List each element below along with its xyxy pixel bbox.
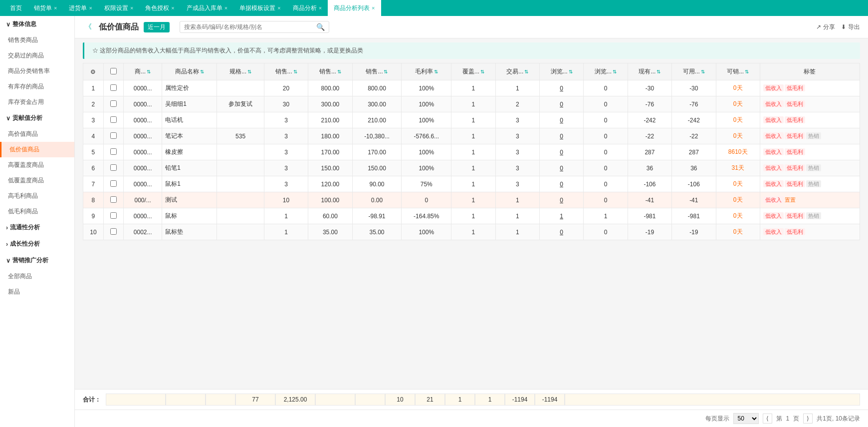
row-browse1[interactable]: 0 <box>539 128 583 144</box>
sidebar-item-low-value[interactable]: 低价值商品 <box>0 142 74 157</box>
search-input[interactable] <box>184 23 316 30</box>
sidebar-item-all-goods[interactable]: 全部商品 <box>0 269 74 284</box>
export-button[interactable]: ⬇ 导出 <box>841 23 860 31</box>
browse-link[interactable]: 0 <box>560 165 563 172</box>
row-checkbox[interactable] <box>103 208 123 224</box>
row-browse1[interactable]: 0 <box>539 160 583 176</box>
sidebar-group-growth[interactable]: › 成长性分析 <box>0 236 74 252</box>
row-checkbox[interactable] <box>103 224 123 240</box>
column-sales-price[interactable]: 销售...⇅ <box>308 63 352 80</box>
row-name[interactable]: 鼠标垫 <box>162 224 217 240</box>
nav-home[interactable]: 首页 <box>4 0 28 16</box>
row-browse1[interactable]: 0 <box>539 80 583 96</box>
row-select-checkbox[interactable] <box>110 164 117 171</box>
row-checkbox[interactable] <box>103 80 123 96</box>
row-name[interactable]: 铅笔1 <box>162 160 217 176</box>
row-select-checkbox[interactable] <box>110 196 117 203</box>
browse-link[interactable]: 0 <box>560 229 563 236</box>
nav-sales-order[interactable]: 销货单 × <box>28 0 63 16</box>
column-sellable[interactable]: 可销...⇅ <box>716 63 760 80</box>
nav-permissions[interactable]: 权限设置 × <box>98 0 139 16</box>
sidebar-item-stocked-goods[interactable]: 有库存的商品 <box>0 79 74 94</box>
row-name[interactable]: 橡皮擦 <box>162 144 217 160</box>
date-badge[interactable]: 近一月 <box>144 22 170 32</box>
row-select-checkbox[interactable] <box>110 228 117 235</box>
sidebar-item-sales-goods[interactable]: 销售类商品 <box>0 32 74 48</box>
per-page-select[interactable]: 50 100 200 <box>733 413 759 424</box>
nav-template-settings[interactable]: 单据模板设置 × <box>233 0 286 16</box>
column-transaction[interactable]: 交易...⇅ <box>495 63 539 80</box>
browse-link[interactable]: 0 <box>560 149 563 156</box>
sidebar-item-high-coverage[interactable]: 高覆盖度商品 <box>0 157 74 173</box>
sidebar-item-traded-goods[interactable]: 交易过的商品 <box>0 48 74 63</box>
row-select-checkbox[interactable] <box>110 132 117 139</box>
row-browse1[interactable]: 0 <box>539 96 583 112</box>
row-browse1[interactable]: 0 <box>539 176 583 192</box>
column-code[interactable]: 商...⇅ <box>124 63 162 80</box>
row-checkbox[interactable] <box>103 192 123 208</box>
row-select-checkbox[interactable] <box>110 180 117 187</box>
row-browse1[interactable]: 0 <box>539 144 583 160</box>
row-name[interactable]: 测试 <box>162 192 217 208</box>
row-name[interactable]: 笔记本 <box>162 128 217 144</box>
column-browse2[interactable]: 浏览...⇅ <box>584 63 628 80</box>
nav-goods-analysis[interactable]: 商品分析 × <box>287 0 328 16</box>
row-select-checkbox[interactable] <box>110 84 117 91</box>
column-coverage[interactable]: 覆盖...⇅ <box>451 63 495 80</box>
sidebar-group-liquidity[interactable]: › 流通性分析 <box>0 219 74 236</box>
sidebar-item-stock-capital[interactable]: 库存资金占用 <box>0 94 74 110</box>
sidebar-item-low-coverage[interactable]: 低覆盖度商品 <box>0 173 74 188</box>
row-name[interactable]: 鼠标 <box>162 208 217 224</box>
sidebar-collapse-button[interactable]: 《 <box>83 22 94 31</box>
nav-close-icon[interactable]: × <box>319 5 322 11</box>
search-icon[interactable]: 🔍 <box>316 23 325 31</box>
sidebar-item-category-rate[interactable]: 商品分类销售率 <box>0 63 74 79</box>
column-available[interactable]: 可用...⇅ <box>672 63 716 80</box>
column-margin[interactable]: 毛利率⇅ <box>402 63 451 80</box>
sidebar-item-high-value[interactable]: 高价值商品 <box>0 126 74 142</box>
row-select-checkbox[interactable] <box>110 148 117 155</box>
browse-link[interactable]: 0 <box>560 117 563 124</box>
row-browse1[interactable]: 1 <box>539 208 583 224</box>
row-name[interactable]: 吴细细1 <box>162 96 217 112</box>
nav-goods-analysis-list[interactable]: 商品分析列表 × <box>328 0 381 16</box>
nav-close-icon[interactable]: × <box>224 5 227 11</box>
column-sales-amount[interactable]: 销售...⇅ <box>352 63 402 80</box>
nav-close-icon[interactable]: × <box>54 5 57 11</box>
column-name[interactable]: 商品名称⇅ <box>162 63 217 80</box>
sidebar-group-marketing[interactable]: ∨ 营销推广分析 <box>0 252 74 269</box>
row-browse1[interactable]: 0 <box>539 112 583 128</box>
row-select-checkbox[interactable] <box>110 100 117 107</box>
share-button[interactable]: ↗ 分享 <box>816 23 835 31</box>
nav-close-icon[interactable]: × <box>277 5 280 11</box>
row-select-checkbox[interactable] <box>110 212 117 219</box>
browse-link[interactable]: 0 <box>560 101 563 108</box>
browse-link[interactable]: 0 <box>560 85 563 92</box>
next-page-button[interactable]: ⟩ <box>803 414 813 424</box>
browse-link[interactable]: 1 <box>560 213 563 220</box>
row-checkbox[interactable] <box>103 96 123 112</box>
row-checkbox[interactable] <box>103 112 123 128</box>
gear-icon[interactable]: ⚙ <box>90 68 96 75</box>
nav-roles[interactable]: 角色授权 × <box>139 0 180 16</box>
select-all-checkbox[interactable] <box>110 68 117 74</box>
nav-close-icon[interactable]: × <box>372 5 375 11</box>
row-name[interactable]: 电话机 <box>162 112 217 128</box>
column-gear[interactable]: ⚙ <box>83 63 104 80</box>
column-sales-qty[interactable]: 销售...⇅ <box>264 63 308 80</box>
column-current-stock[interactable]: 现有...⇅ <box>628 63 671 80</box>
nav-close-icon[interactable]: × <box>130 5 133 11</box>
sidebar-group-contribution[interactable]: ∨ 贡献值分析 <box>0 110 74 126</box>
row-name[interactable]: 鼠标1 <box>162 176 217 192</box>
nav-close-icon[interactable]: × <box>171 5 174 11</box>
row-name[interactable]: 属性定价 <box>162 80 217 96</box>
browse-link[interactable]: 0 <box>560 181 563 188</box>
sidebar-item-low-margin[interactable]: 低毛利商品 <box>0 204 74 219</box>
browse-link[interactable]: 0 <box>560 133 563 140</box>
nav-close-icon[interactable]: × <box>89 5 92 11</box>
row-browse1[interactable]: 0 <box>539 192 583 208</box>
column-spec[interactable]: 规格...⇅ <box>217 63 264 80</box>
row-checkbox[interactable] <box>103 144 123 160</box>
nav-purchase-order[interactable]: 进货单 × <box>63 0 98 16</box>
column-tags[interactable]: 标签 <box>760 63 860 80</box>
